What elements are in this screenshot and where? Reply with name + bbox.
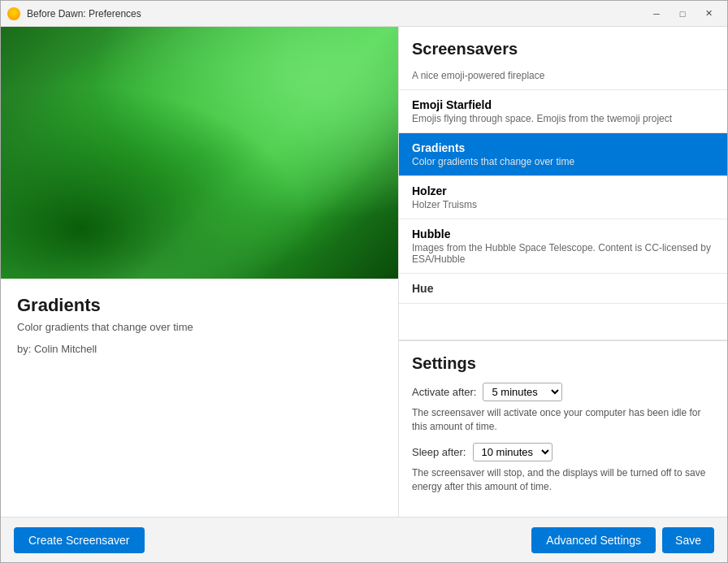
screensaver-preview xyxy=(1,27,398,279)
left-panel: Gradients Color gradients that change ov… xyxy=(1,27,399,517)
window-title: Before Dawn: Preferences xyxy=(27,8,644,19)
create-screensaver-button[interactable]: Create Screensaver xyxy=(14,527,145,553)
list-item-desc: Images from the Hubble Space Telescope. … xyxy=(412,242,714,265)
gradient-visual xyxy=(1,27,398,279)
list-item-desc: Color gradients that change over time xyxy=(412,156,714,167)
screensavers-section: Screensavers A nice emoji-powered firepl… xyxy=(399,27,727,340)
list-item-name: Hubble xyxy=(412,227,714,240)
title-bar: Before Dawn: Preferences ─ □ ✕ xyxy=(1,1,727,27)
sleep-row: Sleep after: 10 minutes 5 minutes 15 min… xyxy=(412,443,714,461)
list-item-desc: Emojis flying through space. Emojis from… xyxy=(412,113,714,124)
screensavers-heading: Screensavers xyxy=(399,27,727,62)
footer-left: Create Screensaver xyxy=(14,527,531,553)
app-icon xyxy=(7,7,20,20)
activate-row: Activate after: 5 minutes 1 minute 2 min… xyxy=(412,383,714,401)
list-item-partial[interactable]: Hue xyxy=(399,274,727,304)
footer-right: Advanced Settings Save xyxy=(531,527,714,553)
settings-section: Settings Activate after: 5 minutes 1 min… xyxy=(399,340,727,517)
activate-select[interactable]: 5 minutes 1 minute 2 minutes 10 minutes … xyxy=(483,383,562,401)
list-item-desc: Holzer Truisms xyxy=(412,199,714,210)
list-item-name: Emoji Starfield xyxy=(412,98,714,111)
preferences-window: Before Dawn: Preferences ─ □ ✕ Gradients… xyxy=(0,0,728,563)
list-item[interactable]: A nice emoji-powered fireplace xyxy=(399,62,727,90)
sleep-hint: The screensaver will stop, and the displ… xyxy=(412,466,714,494)
screensaver-author: by: Colin Mitchell xyxy=(17,343,382,355)
close-button[interactable]: ✕ xyxy=(696,2,721,26)
footer: Create Screensaver Advanced Settings Sav… xyxy=(1,517,727,562)
activate-label: Activate after: xyxy=(412,386,476,398)
list-item-desc: A nice emoji-powered fireplace xyxy=(412,70,714,81)
list-item-gradients[interactable]: Gradients Color gradients that change ov… xyxy=(399,133,727,176)
sleep-label: Sleep after: xyxy=(412,446,466,458)
screensaver-list-container[interactable]: A nice emoji-powered fireplace Emoji Sta… xyxy=(399,62,727,340)
list-item[interactable]: Emoji Starfield Emojis flying through sp… xyxy=(399,90,727,133)
list-item-name: Gradients xyxy=(412,141,714,154)
screensaver-description: Color gradients that change over time xyxy=(17,321,382,333)
list-item[interactable]: Holzer Holzer Truisms xyxy=(399,176,727,219)
content-area: Gradients Color gradients that change ov… xyxy=(1,27,727,517)
screensaver-title: Gradients xyxy=(17,295,382,316)
right-panel: Screensavers A nice emoji-powered firepl… xyxy=(399,27,727,517)
sleep-select[interactable]: 10 minutes 5 minutes 15 minutes 30 minut… xyxy=(473,443,552,461)
maximize-button[interactable]: □ xyxy=(670,2,695,26)
window-controls: ─ □ ✕ xyxy=(644,2,721,26)
screensaver-info: Gradients Color gradients that change ov… xyxy=(1,279,398,363)
settings-heading: Settings xyxy=(412,354,714,373)
minimize-button[interactable]: ─ xyxy=(644,2,669,26)
list-item-name: Holzer xyxy=(412,184,714,197)
advanced-settings-button[interactable]: Advanced Settings xyxy=(531,527,656,553)
activate-hint: The screensaver will activate once your … xyxy=(412,406,714,434)
save-button[interactable]: Save xyxy=(662,527,714,553)
list-item[interactable]: Hubble Images from the Hubble Space Tele… xyxy=(399,219,727,274)
